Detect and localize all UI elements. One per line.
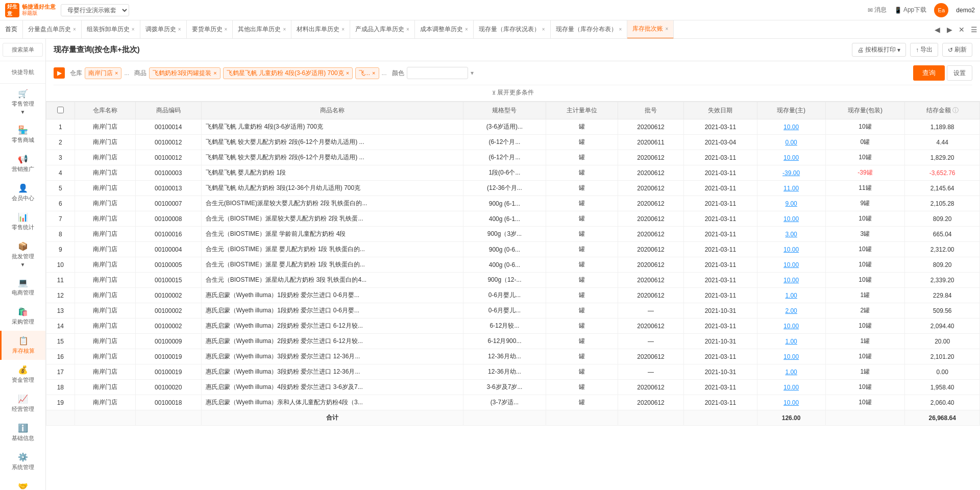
row-qty-main[interactable]: 10.00: [757, 257, 825, 273]
sidebar-icon-retail: 🛒: [18, 89, 28, 99]
sidebar-item-purchase[interactable]: 🛍️ 采购管理: [0, 302, 45, 331]
row-qty-main[interactable]: 1.00: [757, 288, 825, 303]
tab-close-material-out[interactable]: ×: [341, 27, 345, 32]
avatar[interactable]: Ea: [934, 3, 948, 17]
search-menu-btn[interactable]: 搜索菜单: [3, 43, 43, 57]
row-amount: 2,101.20: [905, 349, 980, 364]
quick-nav-btn[interactable]: 快捷导航: [0, 65, 45, 79]
tab-close-transfer[interactable]: ×: [178, 27, 181, 32]
row-qty-main[interactable]: 10.00: [757, 380, 825, 395]
sidebar-item-enterprise[interactable]: 🤝 企业协同: [0, 476, 45, 490]
tab-menu-btn[interactable]: ☰: [968, 23, 980, 36]
tab-disassemble[interactable]: 组装拆卸单历史 ×: [82, 20, 140, 39]
tab-close-product-in[interactable]: ×: [406, 27, 409, 32]
sidebar-item-member[interactable]: 👤 会员中心: [0, 178, 45, 207]
sidebar-item-system[interactable]: ⚙️ 系统管理: [0, 447, 45, 476]
setting-button[interactable]: 设置: [947, 65, 972, 81]
row-batch: 20200612: [618, 395, 684, 410]
sidebar-label-retail: 零售管理: [12, 100, 34, 108]
product-label: 商品: [134, 69, 146, 78]
table-row: 6 南岸门店 00100007 合生元(BIOSTIME)派星较大婴儿配方奶粉 …: [46, 196, 980, 211]
sidebar-item-retail[interactable]: 🛒 零售管理 ▼: [0, 84, 45, 120]
refresh-button[interactable]: ↺ 刷新: [942, 43, 972, 57]
row-qty-main[interactable]: 9.00: [757, 196, 825, 211]
row-qty-main[interactable]: 3.00: [757, 227, 825, 242]
color-input[interactable]: [407, 67, 468, 79]
tab-stock-batch[interactable]: 库存批次账 ×: [627, 20, 674, 39]
sidebar-item-retail-shop[interactable]: 🏪 零售商城: [0, 120, 45, 149]
th-checkbox[interactable]: [46, 102, 75, 119]
warehouse-tag-close[interactable]: ×: [115, 70, 118, 76]
query-buttons: 查询 设置: [913, 65, 972, 81]
product-tag-3-close[interactable]: ×: [372, 70, 375, 76]
warehouse-dots[interactable]: ...: [124, 69, 129, 77]
message-btn[interactable]: ✉ 消息: [868, 6, 887, 14]
tab-close-other-out[interactable]: ×: [283, 27, 286, 32]
company-select[interactable]: 母婴行业演示账套: [61, 4, 129, 16]
row-qty-main[interactable]: 11.00: [757, 181, 825, 196]
tab-product-in[interactable]: 产成品入库单历史 ×: [350, 20, 415, 39]
product-tag-2[interactable]: 飞鹤星飞帆 儿童奶粉 4段(3-6岁适用) 700克 ×: [223, 67, 353, 79]
row-qty-main[interactable]: 2.00: [757, 303, 825, 318]
row-unit: 罐: [546, 334, 618, 349]
select-all-checkbox[interactable]: [57, 107, 64, 113]
tab-scroll-right[interactable]: ▶: [943, 23, 955, 36]
row-qty-main[interactable]: -39.00: [757, 165, 825, 181]
product-tag-1[interactable]: 飞鹤奶粉3段丙罐提装 ×: [149, 67, 220, 79]
app-download-btn[interactable]: 📱 App下载: [894, 6, 926, 14]
sidebar-icon-ecommerce: 💻: [18, 278, 28, 287]
tab-close-btn[interactable]: ✕: [955, 23, 968, 36]
filter-more-btn[interactable]: ⊻ 展开更多条件: [54, 85, 972, 97]
tab-close-disassemble[interactable]: ×: [132, 27, 135, 32]
row-qty-main[interactable]: 1.00: [757, 334, 825, 349]
tab-material-out[interactable]: 材料出库单历史 ×: [291, 20, 350, 39]
row-qty-main[interactable]: 10.00: [757, 119, 825, 135]
row-qty-main[interactable]: 10.00: [757, 211, 825, 227]
tab-close-stock-batch[interactable]: ×: [665, 26, 668, 32]
row-qty-main[interactable]: 1.00: [757, 364, 825, 380]
product-tag-3[interactable]: 飞... ×: [355, 67, 379, 79]
sidebar-item-operations[interactable]: 📈 经营管理: [0, 389, 45, 418]
row-qty-main[interactable]: 10.00: [757, 242, 825, 257]
warehouse-tag[interactable]: 南岸门店 ×: [85, 67, 121, 79]
tab-close-stock-status[interactable]: ×: [542, 27, 545, 32]
tab-stock-status[interactable]: 现存量（库存状况表） ×: [474, 20, 551, 39]
tab-scroll-left[interactable]: ◀: [931, 23, 943, 36]
sidebar-item-marketing[interactable]: 📢 营销推广: [0, 149, 45, 178]
tab-request[interactable]: 要货单历史 ×: [187, 20, 233, 39]
tab-home[interactable]: 首页: [0, 20, 23, 39]
tab-close-request[interactable]: ×: [225, 27, 228, 32]
row-qty-main[interactable]: 0.00: [757, 135, 825, 150]
tab-inventory-split[interactable]: 分量盘点单历史 ×: [23, 20, 82, 39]
row-qty-main[interactable]: 10.00: [757, 273, 825, 288]
tab-close-inventory-split[interactable]: ×: [73, 27, 76, 32]
tab-transfer[interactable]: 调拨单历史 ×: [140, 20, 187, 39]
row-qty-main[interactable]: 10.00: [757, 150, 825, 165]
tab-close-cost-adjust[interactable]: ×: [465, 27, 468, 32]
sidebar-item-basic[interactable]: ℹ️ 基础信息: [0, 418, 45, 447]
tab-other-out[interactable]: 其他出库单历史 ×: [233, 20, 291, 39]
sidebar-icon-operations: 📈: [18, 394, 28, 404]
row-qty-main[interactable]: 10.00: [757, 318, 825, 334]
product-tag-2-close[interactable]: ×: [346, 70, 349, 76]
sidebar-item-wholesale[interactable]: 📦 批发管理 ▼: [0, 236, 45, 273]
row-amount: 2,312.00: [905, 242, 980, 257]
tab-close-stock-dist[interactable]: ×: [619, 27, 622, 32]
product-tag-1-close[interactable]: ×: [213, 70, 216, 76]
tab-cost-adjust[interactable]: 成本调整单历史 ×: [415, 20, 474, 39]
row-warehouse: 南岸门店: [75, 303, 135, 318]
tab-stock-dist[interactable]: 现存量（库存分布表） ×: [551, 20, 628, 39]
sidebar-item-inventory[interactable]: 📋 库存核算: [0, 331, 45, 360]
download-icon: 📱: [894, 7, 902, 14]
row-qty-main[interactable]: 10.00: [757, 395, 825, 410]
sidebar-item-finance[interactable]: 💰 资金管理: [0, 360, 45, 389]
sidebar-item-ecommerce[interactable]: 💻 电商管理: [0, 273, 45, 302]
print-button[interactable]: 🖨 按模板打印 ▾: [852, 43, 906, 57]
row-qty-main[interactable]: 10.00: [757, 349, 825, 364]
query-button[interactable]: 查询: [913, 65, 945, 81]
filter-expand-arrow[interactable]: ▶: [54, 67, 65, 79]
sidebar-item-retail-stats[interactable]: 📊 零售统计: [0, 207, 45, 236]
product-dots[interactable]: ...: [382, 69, 387, 77]
export-button[interactable]: ↑ 导出: [910, 43, 938, 57]
row-code: 00100012: [135, 150, 201, 165]
